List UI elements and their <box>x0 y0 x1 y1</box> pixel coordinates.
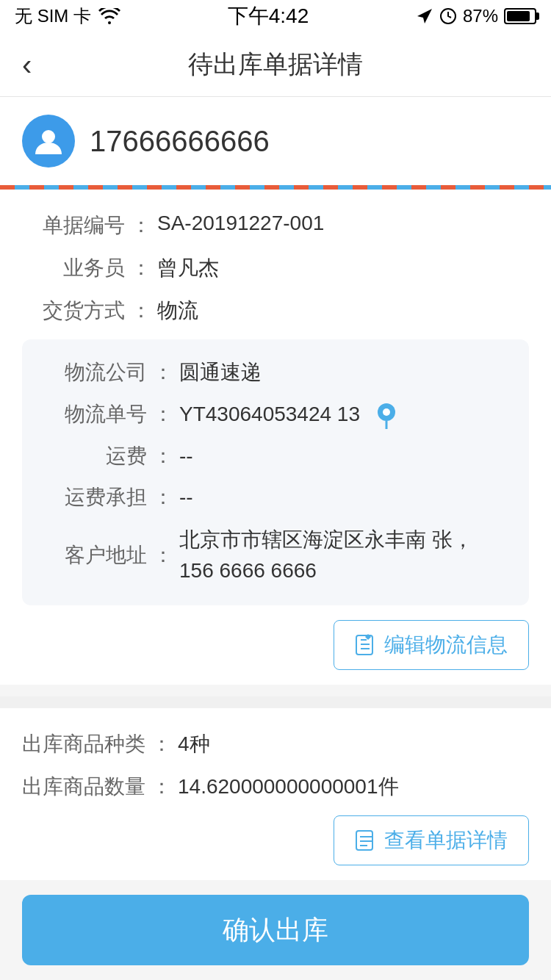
battery-icon <box>504 8 536 24</box>
delivery-label: 交货方式 <box>22 297 125 325</box>
avatar-icon <box>32 125 65 157</box>
tracking-value: YT43064053424 13 <box>179 403 360 426</box>
svg-point-3 <box>383 408 390 416</box>
product-quantity-row: 出库商品数量 ： 14.620000000000001件 <box>22 773 529 801</box>
status-right: 87% <box>416 6 536 26</box>
freight-bear-value: -- <box>179 486 507 509</box>
logistics-company-value: 圆通速递 <box>179 359 507 386</box>
product-type-label: 出库商品种类 <box>22 730 145 758</box>
freight-bear-label: 运费承担 <box>44 483 147 511</box>
svg-point-1 <box>42 130 55 143</box>
logistics-company-row: 物流公司 ： 圆通速递 <box>44 359 507 386</box>
address-label: 客户地址 <box>44 541 147 569</box>
back-button[interactable]: ‹ <box>22 50 32 79</box>
logistics-company-label: 物流公司 <box>44 359 147 386</box>
product-section: 出库商品种类 ： 4种 出库商品数量 ： 14.620000000000001件… <box>0 708 551 880</box>
freight-bear-row: 运费承担 ： -- <box>44 483 507 511</box>
view-detail-button[interactable]: 查看单据详情 <box>334 815 529 865</box>
order-number-row: 单据编号 ： SA-20191227-001 <box>22 212 529 239</box>
address-value: 北京市市辖区海淀区永丰南 张，156 6666 6666 <box>179 525 507 586</box>
avatar <box>22 115 75 167</box>
product-type-value: 4种 <box>178 730 210 758</box>
confirm-button[interactable]: 确认出库 <box>22 895 529 965</box>
user-card: 17666666666 <box>0 97 551 185</box>
view-detail-label: 查看单据详情 <box>384 826 508 854</box>
map-pin-icon[interactable] <box>372 400 401 429</box>
product-quantity-label: 出库商品数量 <box>22 773 145 801</box>
confirm-btn-bar: 确认出库 <box>0 880 551 980</box>
section-divider <box>0 696 551 708</box>
tracking-row: 物流单号 ： YT43064053424 13 <box>44 400 507 429</box>
edit-icon <box>355 634 377 656</box>
salesman-row: 业务员 ： 曾凡杰 <box>22 254 529 282</box>
tracking-label: 物流单号 <box>44 400 147 428</box>
battery-percent: 87% <box>463 6 498 26</box>
wifi-icon <box>98 8 120 24</box>
edit-logistics-button[interactable]: 编辑物流信息 <box>334 620 529 670</box>
nav-bar: ‹ 待出库单据详情 <box>0 32 551 97</box>
order-info-section: 单据编号 ： SA-20191227-001 业务员 ： 曾凡杰 交货方式 ： … <box>0 190 551 685</box>
location-arrow-icon <box>416 7 433 25</box>
order-number-label: 单据编号 <box>22 212 125 239</box>
clock-icon <box>439 7 457 25</box>
page-title: 待出库单据详情 <box>188 48 363 82</box>
carrier-label: 无 SIM 卡 <box>15 4 91 28</box>
view-detail-btn-row: 查看单据详情 <box>22 815 529 865</box>
status-bar: 无 SIM 卡 下午4:42 87% <box>0 0 551 32</box>
status-time: 下午4:42 <box>228 2 309 30</box>
logistics-card: 物流公司 ： 圆通速递 物流单号 ： YT43064053424 13 运费 <box>22 339 529 605</box>
edit-btn-row: 编辑物流信息 <box>22 620 529 670</box>
delivery-row: 交货方式 ： 物流 <box>22 297 529 325</box>
freight-value: -- <box>179 444 507 468</box>
order-number-value: SA-20191227-001 <box>157 212 529 239</box>
product-quantity-value: 14.620000000000001件 <box>178 773 399 801</box>
confirm-label: 确认出库 <box>223 912 328 948</box>
edit-logistics-label: 编辑物流信息 <box>384 631 508 659</box>
delivery-value: 物流 <box>157 297 529 325</box>
salesman-value: 曾凡杰 <box>157 254 529 282</box>
freight-label: 运费 <box>44 442 147 470</box>
salesman-label: 业务员 <box>22 254 125 282</box>
status-left: 无 SIM 卡 <box>15 4 120 28</box>
user-phone: 17666666666 <box>90 125 270 158</box>
document-icon <box>355 829 377 851</box>
product-type-row: 出库商品种类 ： 4种 <box>22 730 529 758</box>
freight-row: 运费 ： -- <box>44 442 507 470</box>
address-row: 客户地址 ： 北京市市辖区海淀区永丰南 张，156 6666 6666 <box>44 525 507 586</box>
